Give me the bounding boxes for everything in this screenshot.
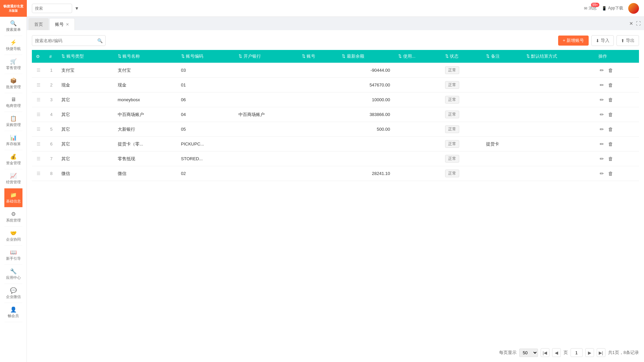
sidebar-item-operations[interactable]: 📈经营管理 (4, 169, 22, 188)
sidebar-item-ecommerce[interactable]: 🖥电商管理 (4, 93, 22, 112)
sidebar-item-wholesale[interactable]: 📦批发管理 (4, 74, 22, 93)
row-name: moneybosx (114, 93, 177, 107)
row-num: 2 (45, 78, 57, 93)
table-row: ☰ 4 其它 中百商场账户 04 中百商场账户 383866.00 正常 ✏ 🗑 (32, 107, 639, 122)
col-balance[interactable]: ⇅ 最新余额 (338, 50, 394, 63)
col-status[interactable]: ⇅ 状态 (441, 50, 482, 63)
delete-button-5[interactable]: 🗑 (607, 140, 614, 147)
row-type: 其它 (57, 93, 114, 107)
add-account-button[interactable]: + 新增账号 (558, 36, 589, 46)
edit-button-6[interactable]: ✏ (598, 155, 605, 163)
col-account-no[interactable]: ⇅ 账号 (298, 50, 338, 63)
row-usage (394, 122, 441, 137)
messages-button[interactable]: ✉ 消息 99+ (584, 5, 597, 11)
sidebar-item-guide[interactable]: 📖新手引导 (4, 246, 22, 265)
row-num: 7 (45, 152, 57, 166)
delete-button-1[interactable]: 🗑 (607, 81, 614, 88)
edit-button-4[interactable]: ✏ (598, 126, 605, 133)
col-type[interactable]: ⇅ 账号类型 (57, 50, 114, 63)
next-page-button[interactable]: ▶ (585, 348, 594, 357)
sidebar-item-retail[interactable]: 🛒零售管理 (4, 55, 22, 74)
sidebar-item-inventory[interactable]: 📊库存核算 (4, 131, 22, 150)
row-default-settle (522, 63, 595, 78)
row-type: 现金 (57, 78, 114, 93)
status-badge: 正常 (445, 140, 459, 148)
sidebar-item-wechat[interactable]: 💬企业微信 (4, 284, 22, 303)
edit-button-3[interactable]: ✏ (598, 111, 605, 118)
row-settings: ☰ (32, 166, 45, 181)
row-balance: -90444.00 (338, 63, 394, 78)
sidebar-item-system[interactable]: ⚙系统管理 (4, 207, 22, 227)
app-download-button[interactable]: 📱 App下载 (602, 5, 623, 11)
edit-button-5[interactable]: ✏ (598, 140, 605, 148)
row-settings: ☰ (32, 63, 45, 78)
table-row: ☰ 2 现金 现金 01 547670.00 正常 ✏ 🗑 (32, 78, 639, 93)
delete-button-2[interactable]: 🗑 (607, 96, 614, 103)
expand-tab-button[interactable]: ⛶ (636, 21, 641, 26)
export-button[interactable]: ⬆ 导出 (616, 35, 639, 46)
row-num: 8 (45, 166, 57, 181)
row-name: 现金 (114, 78, 177, 93)
edit-button-7[interactable]: ✏ (598, 170, 605, 177)
row-usage (394, 63, 441, 78)
row-action: ✏ 🗑 (594, 137, 639, 152)
first-page-button[interactable]: |◀ (541, 348, 549, 357)
page-input[interactable] (571, 348, 583, 357)
search-input[interactable] (35, 38, 96, 43)
accounts-table: ⚙ # ⇅ 账号类型 ⇅ 账号名称 ⇅ 账号编码 ⇅ 开户银行 (32, 50, 639, 181)
sidebar-item-appcenter[interactable]: 🔧应用中心 (4, 265, 22, 284)
avatar[interactable] (628, 3, 639, 14)
sidebar-item-basic[interactable]: 📁基础信息 (4, 188, 22, 207)
row-remark (482, 166, 522, 181)
col-settings[interactable]: ⚙ (32, 50, 45, 63)
row-name: 支付宝 (114, 63, 177, 78)
sidebar-item-shortcut[interactable]: ⚡快捷导航 (4, 36, 22, 55)
col-name[interactable]: ⇅ 账号名称 (114, 50, 177, 63)
row-code: 01 (177, 78, 234, 93)
row-remark (482, 63, 522, 78)
row-default-settle (522, 122, 595, 137)
row-type: 微信 (57, 166, 114, 181)
status-badge: 正常 (445, 111, 459, 118)
row-name: 微信 (114, 166, 177, 181)
last-page-button[interactable]: ▶| (597, 348, 605, 357)
sidebar-item-member[interactable]: 👤畅会员 (4, 303, 22, 322)
close-tab-button[interactable]: ✕ (629, 21, 633, 26)
sidebar-item-purchase[interactable]: 📋采购管理 (4, 112, 22, 131)
row-bank: 中百商场账户 (234, 107, 298, 122)
row-status: 正常 (441, 78, 482, 93)
delete-button-3[interactable]: 🗑 (607, 111, 614, 118)
row-settings: ☰ (32, 107, 45, 122)
edit-button-0[interactable]: ✏ (598, 67, 605, 74)
tab-account[interactable]: 账号✕ (49, 18, 75, 30)
delete-button-0[interactable]: 🗑 (607, 67, 614, 74)
page-size-select[interactable]: 50 100 200 (519, 349, 538, 357)
sidebar-item-capital[interactable]: 💰资金管理 (4, 150, 22, 169)
row-default-settle (522, 137, 595, 152)
delete-button-7[interactable]: 🗑 (607, 170, 614, 177)
delete-button-4[interactable]: 🗑 (607, 126, 614, 133)
prev-page-button[interactable]: ◀ (552, 348, 561, 357)
col-bank[interactable]: ⇅ 开户银行 (234, 50, 298, 63)
row-type: 支付宝 (57, 63, 114, 78)
import-button[interactable]: ⬇ 导入 (591, 35, 614, 46)
edit-button-2[interactable]: ✏ (598, 96, 605, 104)
sidebar-item-corp[interactable]: 🤝企业协同 (4, 227, 22, 246)
col-remark[interactable]: ⇅ 备注 (482, 50, 522, 63)
total-label: 共1页，8条记录 (608, 350, 639, 356)
col-code[interactable]: ⇅ 账号编码 (177, 50, 234, 63)
row-settings: ☰ (32, 122, 45, 137)
tab-close-account[interactable]: ✕ (66, 22, 69, 26)
delete-button-6[interactable]: 🗑 (607, 155, 614, 162)
app-name: 畅捷通好生意 (3, 4, 23, 8)
col-default-settle[interactable]: ⇅ 默认结算方式 (522, 50, 595, 63)
row-balance: 547670.00 (338, 78, 394, 93)
sidebar-item-search[interactable]: 🔍搜索菜单 (4, 17, 22, 36)
top-header: ▾ ✉ 消息 99+ 📱 App下载 (27, 0, 644, 17)
col-usage[interactable]: ⇅ 使用... (394, 50, 441, 63)
edit-button-1[interactable]: ✏ (598, 81, 605, 89)
row-usage (394, 78, 441, 93)
header-search-input[interactable] (32, 4, 72, 13)
dropdown-button[interactable]: ▾ (75, 5, 78, 11)
tab-home[interactable]: 首页 (29, 18, 49, 30)
